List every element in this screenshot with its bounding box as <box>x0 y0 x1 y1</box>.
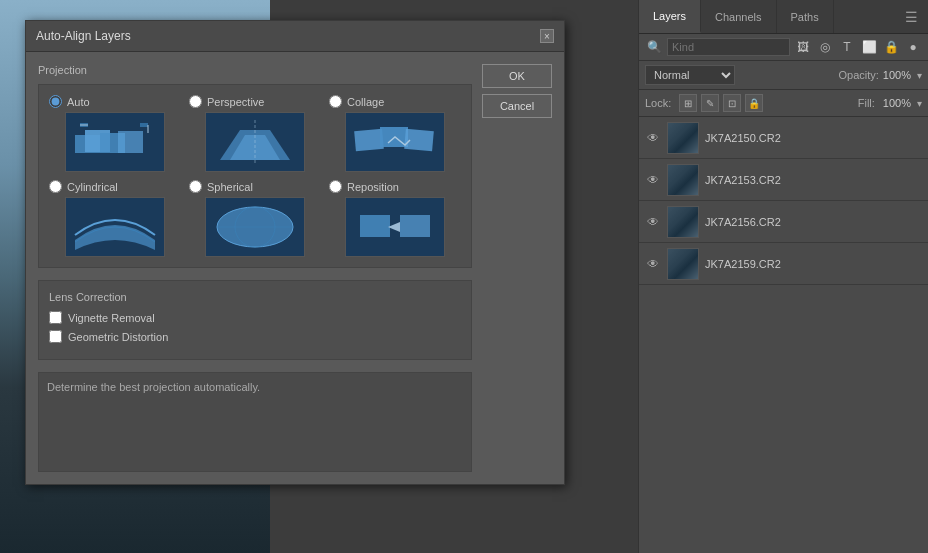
cancel-button[interactable]: Cancel <box>482 94 552 118</box>
blend-opacity-row: Normal Opacity: 100% ▾ <box>639 61 928 90</box>
lock-all-icon[interactable]: 🔒 <box>745 94 763 112</box>
geometric-checkbox[interactable] <box>49 330 62 343</box>
filter-type-icon[interactable]: 🖼 <box>794 38 812 56</box>
lens-section-label: Lens Correction <box>49 291 461 303</box>
filter-text-icon[interactable]: T <box>838 38 856 56</box>
proj-radio-collage[interactable]: Collage <box>329 95 384 108</box>
ok-button[interactable]: OK <box>482 64 552 88</box>
layer-item-0[interactable]: 👁 JK7A2150.CR2 <box>639 117 928 159</box>
dialog-title: Auto-Align Layers <box>36 29 131 43</box>
lock-label: Lock: <box>645 97 671 109</box>
thumb-auto <box>65 112 165 172</box>
thumb-spherical <box>205 197 305 257</box>
vignette-checkbox[interactable] <box>49 311 62 324</box>
panel-toolbar: 🔍 🖼 ◎ T ⬜ 🔒 ● <box>639 34 928 61</box>
layer-item-2[interactable]: 👁 JK7A2156.CR2 <box>639 201 928 243</box>
description-box: Determine the best projection automatica… <box>38 372 472 472</box>
proj-label-auto: Auto <box>67 96 90 108</box>
description-text: Determine the best projection automatica… <box>47 381 260 393</box>
proj-radio-auto[interactable]: Auto <box>49 95 90 108</box>
svg-rect-3 <box>118 131 143 153</box>
geometric-label[interactable]: Geometric Distortion <box>68 331 168 343</box>
search-box <box>667 38 790 56</box>
proj-label-perspective: Perspective <box>207 96 264 108</box>
auto-align-dialog: Auto-Align Layers × Projection Auto <box>25 20 565 485</box>
radio-auto[interactable] <box>49 95 62 108</box>
fill-value: 100% <box>883 97 911 109</box>
layer-name-0: JK7A2150.CR2 <box>705 132 922 144</box>
tab-layers[interactable]: Layers <box>639 0 701 33</box>
close-button[interactable]: × <box>540 29 554 43</box>
fill-label: Fill: <box>858 97 875 109</box>
layer-visibility-3[interactable]: 👁 <box>645 256 661 272</box>
proj-radio-cylindrical[interactable]: Cylindrical <box>49 180 118 193</box>
thumb-cylindrical <box>65 197 165 257</box>
proj-label-spherical: Spherical <box>207 181 253 193</box>
search-input[interactable] <box>672 41 785 53</box>
svg-rect-13 <box>404 128 434 150</box>
proj-radio-perspective[interactable]: Perspective <box>189 95 264 108</box>
fill-arrow[interactable]: ▾ <box>917 98 922 109</box>
proj-label-cylindrical: Cylindrical <box>67 181 118 193</box>
radio-perspective[interactable] <box>189 95 202 108</box>
proj-label-reposition: Reposition <box>347 181 399 193</box>
tab-channels[interactable]: Channels <box>701 0 776 33</box>
layer-name-2: JK7A2156.CR2 <box>705 216 922 228</box>
radio-collage[interactable] <box>329 95 342 108</box>
filter-shape-icon[interactable]: ⬜ <box>860 38 878 56</box>
proj-item-reposition: Reposition <box>329 180 461 257</box>
layer-name-3: JK7A2159.CR2 <box>705 258 922 270</box>
panel-tabs: Layers Channels Paths ☰ <box>639 0 928 34</box>
layer-visibility-1[interactable]: 👁 <box>645 172 661 188</box>
tab-paths[interactable]: Paths <box>777 0 834 33</box>
right-panel: Layers Channels Paths ☰ 🔍 🖼 ◎ T ⬜ 🔒 ● No… <box>638 0 928 553</box>
layer-thumb-0 <box>667 122 699 154</box>
svg-rect-18 <box>360 215 390 237</box>
proj-label-collage: Collage <box>347 96 384 108</box>
dialog-body: Projection Auto <box>26 52 564 484</box>
svg-rect-11 <box>354 128 384 150</box>
lock-pixels-icon[interactable]: ⊞ <box>679 94 697 112</box>
projection-grid: Auto <box>38 84 472 268</box>
layer-thumb-3 <box>667 248 699 280</box>
blend-mode-select[interactable]: Normal <box>645 65 735 85</box>
proj-radio-spherical[interactable]: Spherical <box>189 180 253 193</box>
layer-thumb-1 <box>667 164 699 196</box>
dialog-titlebar: Auto-Align Layers × <box>26 21 564 52</box>
projection-section-label: Projection <box>38 64 472 76</box>
layer-visibility-0[interactable]: 👁 <box>645 130 661 146</box>
proj-item-auto: Auto <box>49 95 181 172</box>
layer-item-1[interactable]: 👁 JK7A2153.CR2 <box>639 159 928 201</box>
filter-adjust-icon[interactable]: ◎ <box>816 38 834 56</box>
proj-radio-reposition[interactable]: Reposition <box>329 180 399 193</box>
proj-item-cylindrical: Cylindrical <box>49 180 181 257</box>
filter-dot-icon[interactable]: ● <box>904 38 922 56</box>
panel-menu-icon[interactable]: ☰ <box>899 9 924 25</box>
lock-fill-row: Lock: ⊞ ✎ ⊡ 🔒 Fill: 100% ▾ <box>639 90 928 117</box>
dialog-buttons: OK Cancel <box>482 64 552 472</box>
lock-move-icon[interactable]: ✎ <box>701 94 719 112</box>
radio-spherical[interactable] <box>189 180 202 193</box>
layer-item-3[interactable]: 👁 JK7A2159.CR2 <box>639 243 928 285</box>
layer-visibility-2[interactable]: 👁 <box>645 214 661 230</box>
vignette-row: Vignette Removal <box>49 311 461 324</box>
svg-rect-19 <box>400 215 430 237</box>
layer-name-1: JK7A2153.CR2 <box>705 174 922 186</box>
thumb-perspective <box>205 112 305 172</box>
dialog-main: Projection Auto <box>38 64 472 472</box>
opacity-value: 100% <box>883 69 911 81</box>
radio-cylindrical[interactable] <box>49 180 62 193</box>
layer-thumb-2 <box>667 206 699 238</box>
radio-reposition[interactable] <box>329 180 342 193</box>
opacity-label: Opacity: <box>839 69 879 81</box>
lens-correction-section: Lens Correction Vignette Removal Geometr… <box>38 280 472 360</box>
opacity-arrow[interactable]: ▾ <box>917 70 922 81</box>
svg-rect-5 <box>140 123 148 127</box>
thumb-collage <box>345 112 445 172</box>
filter-smart-icon[interactable]: 🔒 <box>882 38 900 56</box>
lock-artboard-icon[interactable]: ⊡ <box>723 94 741 112</box>
proj-item-spherical: Spherical <box>189 180 321 257</box>
search-icon: 🔍 <box>645 38 663 56</box>
vignette-label[interactable]: Vignette Removal <box>68 312 155 324</box>
layers-list: 👁 JK7A2150.CR2 👁 JK7A2153.CR2 👁 JK7A2156… <box>639 117 928 285</box>
